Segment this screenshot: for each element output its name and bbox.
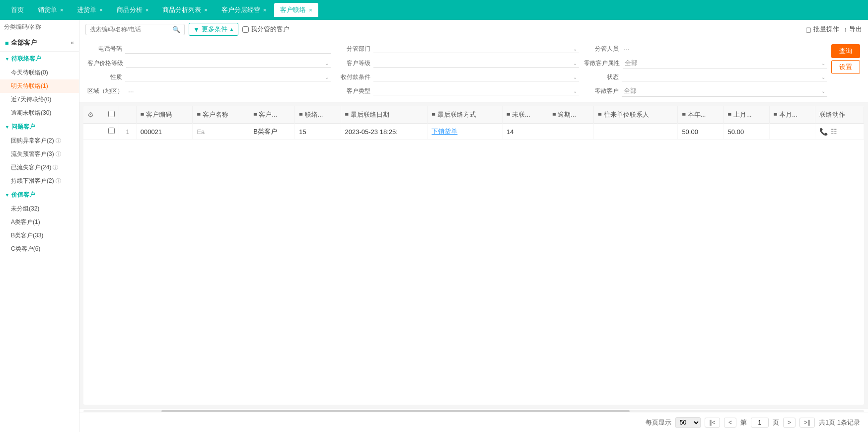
export-button[interactable]: ↑ 导出 bbox=[844, 25, 863, 34]
nav-close-icon[interactable]: × bbox=[99, 7, 102, 13]
nav-close-icon[interactable]: × bbox=[145, 7, 148, 13]
col-unit-contact[interactable]: ≡ 往来单位联系人 bbox=[594, 106, 678, 124]
nav-item-客户联络[interactable]: 客户联络× bbox=[274, 3, 318, 17]
col-code[interactable]: ≡ 客户编码 bbox=[136, 106, 193, 124]
customer-level-label: 客户等级 bbox=[336, 59, 370, 68]
nav-close-icon[interactable]: × bbox=[263, 7, 266, 13]
ctype-label: 客户类型 bbox=[336, 87, 370, 95]
ctype-select[interactable]: ⌄ bbox=[373, 87, 579, 95]
col-type[interactable]: ≡ 客户... bbox=[249, 106, 295, 124]
sidebar-item[interactable]: 已流失客户(24) ⓘ bbox=[0, 161, 79, 174]
my-customers-check[interactable] bbox=[242, 26, 249, 33]
search-icon[interactable]: 🔍 bbox=[172, 26, 180, 33]
dept-label: 分管部门 bbox=[336, 45, 370, 53]
sidebar-item[interactable]: 未分组(32) bbox=[0, 202, 79, 216]
col-last-method[interactable]: ≡ 最后联络方式 bbox=[428, 106, 503, 124]
filter-panel: 电话号码 分管部门 ⌄ 分管人员 ··· bbox=[79, 39, 868, 102]
dept-select[interactable]: ⌄ bbox=[373, 45, 579, 53]
my-customers-checkbox[interactable]: 我分管的客户 bbox=[242, 25, 289, 34]
sidebar-item[interactable]: A类客户(1) bbox=[0, 216, 79, 229]
col-settings[interactable]: ⚙ bbox=[83, 106, 104, 124]
row-last-method[interactable]: 下销货单 bbox=[428, 124, 503, 140]
region-dots[interactable]: ··· bbox=[126, 87, 136, 95]
page-number-input[interactable] bbox=[751, 418, 769, 428]
batch-op-button[interactable]: ▢ 批量操作 bbox=[805, 25, 839, 34]
retail-customer-select[interactable]: 全部⌄ bbox=[622, 85, 827, 97]
first-page-button[interactable]: ∥< bbox=[705, 418, 720, 428]
retail-attr-select[interactable]: 全部⌄ bbox=[623, 58, 827, 69]
sidebar-section-价值客户[interactable]: 价值客户 bbox=[0, 188, 79, 202]
nav-close-icon[interactable]: × bbox=[60, 7, 63, 13]
sidebar-collapse-icon[interactable]: « bbox=[71, 39, 74, 46]
page-size-select[interactable]: 50 100 bbox=[675, 417, 701, 428]
select-all-checkbox[interactable] bbox=[108, 111, 115, 117]
status-select[interactable]: ⌄ bbox=[622, 73, 827, 81]
sidebar-section-问题客户[interactable]: 问题客户 bbox=[0, 120, 79, 134]
sidebar-item[interactable]: 今天待联络(0) bbox=[0, 66, 79, 79]
last-page-button[interactable]: >∥ bbox=[799, 418, 815, 428]
table-row: 1 000021 Ea B类客户 15 2023-05-23 18:25: 下销… bbox=[83, 124, 864, 140]
nav-item-商品分析[interactable]: 商品分析× bbox=[111, 3, 154, 17]
row-type: B类客户 bbox=[249, 124, 295, 140]
toolbar-right: ▢ 批量操作 ↑ 导出 bbox=[805, 25, 863, 34]
retail-attr-filter: 零散客户属性 全部⌄ bbox=[584, 58, 827, 69]
row-code: 000021 bbox=[136, 124, 193, 140]
nav-item-进货单[interactable]: 进货单× bbox=[71, 3, 108, 17]
customer-level-select[interactable]: ⌄ bbox=[373, 60, 579, 68]
nature-select[interactable]: ⌄ bbox=[125, 73, 331, 81]
sidebar-item[interactable]: 持续下滑客户(2) ⓘ bbox=[0, 174, 79, 188]
sidebar: 🔍 ■ 全部客户 « 待联络客户今天待联络(0)明天待联络(1)近7天待联络(0… bbox=[0, 20, 79, 432]
sidebar-search-area: 🔍 bbox=[0, 20, 79, 34]
col-no-contact[interactable]: ≡ 未联... bbox=[502, 106, 548, 124]
row-settings-icon[interactable] bbox=[83, 124, 104, 140]
sidebar-item[interactable]: 逾期未联络(30) bbox=[0, 106, 79, 120]
nav-close-icon[interactable]: × bbox=[204, 7, 207, 13]
col-this-year[interactable]: ≡ 本年... bbox=[678, 106, 723, 124]
sidebar-item[interactable]: 明天待联络(1) bbox=[0, 79, 79, 93]
horizontal-scrollbar[interactable] bbox=[79, 409, 868, 413]
retail-customer-filter: 零散客户 全部⌄ bbox=[584, 85, 827, 97]
row-num: 1 bbox=[119, 124, 136, 140]
total-label: 共1页 1条记录 bbox=[819, 418, 860, 427]
col-name[interactable]: ≡ 客户名称 bbox=[193, 106, 249, 124]
col-this-month[interactable]: ≡ 本月... bbox=[769, 106, 815, 124]
nav-item-销货单[interactable]: 销货单× bbox=[32, 3, 69, 17]
row-action-phone-icon[interactable]: 📞 bbox=[819, 128, 828, 136]
search-input[interactable] bbox=[90, 26, 172, 33]
all-customers-item[interactable]: ■ 全部客户 « bbox=[0, 34, 79, 52]
col-last-date[interactable]: ≡ 最后联络日期 bbox=[341, 106, 428, 124]
sidebar-item[interactable]: B类客户(33) bbox=[0, 229, 79, 242]
row-overdue bbox=[548, 124, 594, 140]
phone-label: 电话号码 bbox=[87, 45, 122, 53]
sidebar-item[interactable]: 近7天待联络(0) bbox=[0, 93, 79, 106]
nav-close-icon[interactable]: × bbox=[309, 7, 312, 13]
col-overdue[interactable]: ≡ 逾期... bbox=[548, 106, 594, 124]
filter-row-1: 电话号码 分管部门 ⌄ 分管人员 ··· bbox=[87, 44, 827, 54]
nav-item-商品分析列表[interactable]: 商品分析列表× bbox=[156, 3, 213, 17]
more-conditions-button[interactable]: ▼ 更多条件 ▲ bbox=[189, 23, 238, 36]
query-button[interactable]: 查询 bbox=[831, 44, 860, 58]
sidebar-item[interactable]: 回购异常客户(2) ⓘ bbox=[0, 134, 79, 147]
nav-item-客户分层经营[interactable]: 客户分层经营× bbox=[216, 3, 272, 17]
last-method-link[interactable]: 下销货单 bbox=[432, 128, 457, 135]
person-dots[interactable]: ··· bbox=[622, 45, 632, 53]
sidebar-item[interactable]: 流失预警客户(3) ⓘ bbox=[0, 147, 79, 161]
sidebar-item[interactable]: C类客户(6) bbox=[0, 242, 79, 256]
row-action-grid-icon[interactable]: ☷ bbox=[831, 128, 837, 136]
row-checkbox[interactable] bbox=[108, 128, 115, 134]
next-page-button[interactable]: > bbox=[783, 418, 796, 428]
col-contacts[interactable]: ≡ 联络... bbox=[295, 106, 341, 124]
settings-button[interactable]: 设置 bbox=[831, 60, 860, 74]
col-last-month[interactable]: ≡ 上月... bbox=[723, 106, 769, 124]
retail-attr-label: 零散客户属性 bbox=[584, 59, 620, 68]
prev-page-button[interactable]: < bbox=[724, 418, 736, 428]
sidebar-section-待联络客户[interactable]: 待联络客户 bbox=[0, 52, 79, 66]
search-box: 🔍 bbox=[85, 24, 185, 35]
batch-op-label: 批量操作 bbox=[813, 25, 839, 34]
table-container: ⚙ ≡ 客户编码 ≡ 客户名称 ≡ 客户... ≡ 联络... ≡ 最后联络日期… bbox=[83, 106, 864, 405]
phone-input[interactable] bbox=[125, 44, 331, 54]
sidebar-search-input[interactable] bbox=[4, 23, 78, 30]
price-level-select[interactable]: ⌄ bbox=[126, 60, 331, 68]
payment-select[interactable]: ⌄ bbox=[373, 73, 579, 81]
nav-item-首页[interactable]: 首页 bbox=[5, 3, 30, 17]
